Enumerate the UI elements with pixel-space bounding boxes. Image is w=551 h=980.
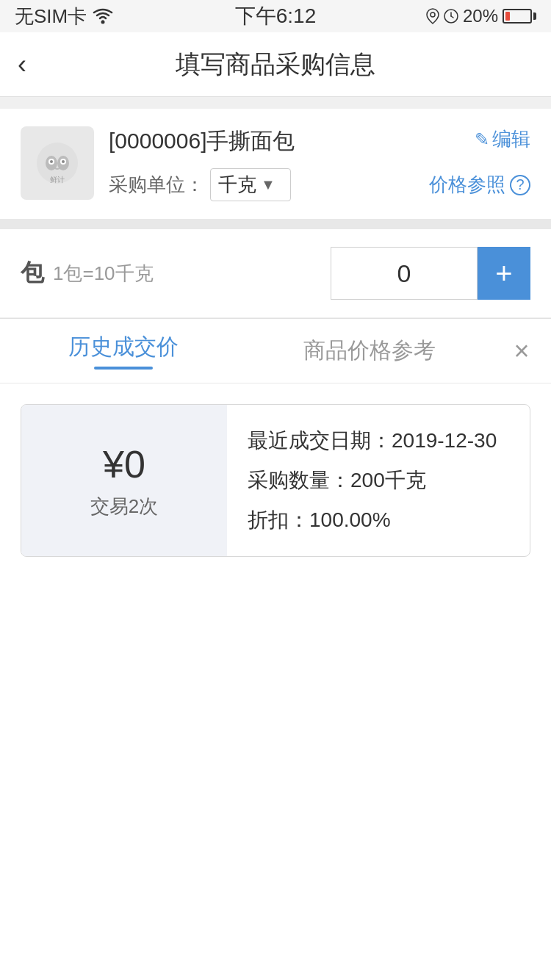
price-right: 最近成交日期：2019-12-30 采购数量：200千克 折扣：100.00%	[227, 405, 530, 556]
status-network: 无SIM卡	[15, 4, 113, 29]
back-button[interactable]: ‹	[18, 49, 26, 80]
history-content: ¥0 交易2次 最近成交日期：2019-12-30 采购数量：200千克 折扣：…	[0, 383, 551, 577]
clock-icon	[444, 9, 458, 24]
tab-price-ref[interactable]: 商品价格参考	[246, 319, 492, 383]
quantity-controls: 0 +	[331, 247, 530, 300]
status-time: 下午6:12	[235, 2, 317, 30]
quantity-label-text: 采购数量：	[248, 469, 350, 491]
svg-point-0	[101, 21, 105, 24]
quantity-row: 包 1包=10千克 0 +	[0, 229, 551, 318]
discount-label: 折扣：	[248, 508, 309, 531]
price-ref-button[interactable]: 价格参照 ?	[429, 172, 530, 198]
svg-text:鲜计: 鲜计	[50, 176, 65, 184]
modal-panel: 历史成交价 商品价格参考 × ¥0 交易2次 最近成交日期：2019-12-30…	[0, 318, 551, 577]
product-info: [0000006]手撕面包 ✎ 编辑 采购单位： 千克 ▼ 价格参照 ?	[109, 126, 530, 201]
page-title: 填写商品采购信息	[176, 48, 375, 82]
svg-point-1	[431, 12, 435, 17]
unit-select-arrow: ▼	[261, 176, 276, 193]
price-ref-icon: ?	[510, 175, 530, 195]
quantity-value-text: 200千克	[350, 469, 426, 491]
svg-point-10	[50, 160, 53, 163]
location-icon	[426, 8, 439, 24]
tab-bar: 历史成交价 商品价格参考 ×	[0, 319, 551, 383]
price-trade-count: 交易2次	[90, 494, 158, 519]
svg-point-11	[62, 160, 65, 163]
status-right: 20%	[426, 6, 536, 26]
quantity-label: 包 1包=10千克	[21, 257, 154, 289]
plus-icon: +	[495, 257, 512, 290]
svg-line-4	[451, 16, 453, 18]
unit-select[interactable]: 千克 ▼	[210, 168, 291, 201]
price-discount-row: 折扣：100.00%	[248, 506, 509, 534]
status-bar: 无SIM卡 下午6:12 20%	[0, 0, 551, 32]
recent-date-label: 最近成交日期：	[248, 429, 392, 452]
quantity-input[interactable]: 0	[331, 247, 478, 300]
product-thumbnail: 鲜计	[21, 126, 94, 200]
price-left: ¥0 交易2次	[21, 405, 227, 556]
quantity-value: 0	[397, 259, 411, 288]
tab-active-underline	[94, 367, 153, 370]
price-quantity-row: 采购数量：200千克	[248, 466, 509, 494]
bottom-area	[0, 577, 551, 980]
product-logo-icon: 鲜计	[35, 141, 79, 185]
price-recent-date-row: 最近成交日期：2019-12-30	[248, 427, 509, 455]
nav-bar: ‹ 填写商品采购信息	[0, 32, 551, 97]
price-card: ¥0 交易2次 最近成交日期：2019-12-30 采购数量：200千克 折扣：…	[21, 404, 530, 557]
wifi-icon	[93, 8, 113, 24]
product-card: 鲜计 [0000006]手撕面包 ✎ 编辑 采购单位： 千克 ▼ 价格参照 ?	[0, 109, 551, 219]
tab-price-ref-label: 商品价格参考	[303, 336, 436, 366]
quantity-plus-button[interactable]: +	[478, 247, 530, 300]
tab-close-button[interactable]: ×	[492, 336, 551, 367]
unit-label: 采购单位： 千克 ▼	[109, 168, 291, 201]
edit-button[interactable]: ✎ 编辑	[475, 126, 530, 152]
discount-value: 100.00%	[309, 508, 391, 531]
section-divider	[0, 219, 551, 229]
product-name: [0000006]手撕面包	[109, 126, 295, 156]
edit-icon: ✎	[475, 129, 489, 150]
battery-percent: 20%	[463, 6, 498, 26]
recent-date-value: 2019-12-30	[392, 429, 497, 452]
quantity-unit-desc: 1包=10千克	[53, 261, 154, 287]
product-header: [0000006]手撕面包 ✎ 编辑	[109, 126, 530, 156]
battery-icon	[503, 9, 536, 24]
quantity-unit-char: 包	[21, 257, 44, 289]
tab-history-price[interactable]: 历史成交价	[0, 319, 246, 383]
price-amount: ¥0	[103, 442, 145, 486]
product-unit-row: 采购单位： 千克 ▼ 价格参照 ?	[109, 168, 530, 201]
tab-history-label: 历史成交价	[68, 332, 179, 362]
